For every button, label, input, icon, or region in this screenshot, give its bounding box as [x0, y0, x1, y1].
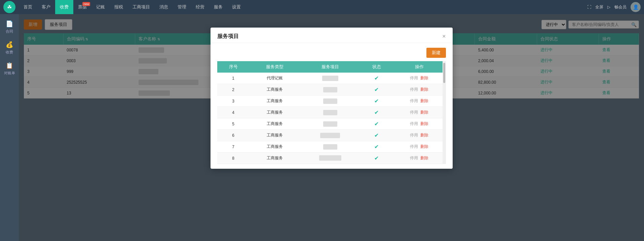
scroll-thumb: [443, 63, 445, 83]
sidebar-item-statement[interactable]: 📋 对账单: [1, 59, 18, 78]
service-row: 3 工商服务 ████ ✔ 停用 删除: [217, 95, 446, 107]
statement-icon: 📋: [6, 62, 13, 69]
service-table: 序号 服务类型 服务项目 状态 操作 1 代理记账 ████1 ✔ 停用: [217, 61, 446, 164]
stop-button[interactable]: 停用: [410, 110, 418, 115]
stop-button[interactable]: 停用: [410, 76, 418, 80]
avatar[interactable]: 👤: [631, 2, 641, 12]
play-icon[interactable]: ▷: [607, 5, 610, 9]
main-layout: 📄 合同 💰 收费 📋 对账单 新增 服务项目 进行中 已结束 全部: [0, 14, 644, 241]
delete-button[interactable]: 删除: [420, 133, 428, 137]
scell-type: 工商服务: [250, 107, 300, 118]
modal-overlay[interactable]: 服务项目 × 新建 序号 服务类型 服务项目: [19, 14, 644, 241]
service-row: 5 工商服务 ████ ✔ 停用 删除: [217, 118, 446, 130]
scol-action: 操作: [393, 61, 446, 73]
scell-type: 工商服务: [250, 84, 300, 95]
scell-status: ✔: [361, 95, 393, 107]
right-actions: ⛶ 全屏 ▷ 畅会员 👤: [587, 2, 641, 12]
service-row: 7 工商服务 ████ ✔ 停用 删除: [217, 141, 446, 153]
scell-item: ████: [300, 107, 361, 118]
scell-item: ████: [300, 95, 361, 107]
stop-button[interactable]: 停用: [410, 121, 418, 126]
nav-tax[interactable]: 报税: [110, 0, 128, 14]
stop-button[interactable]: 停用: [410, 144, 418, 149]
sidebar-item-fee[interactable]: 💰 收费: [1, 38, 18, 57]
scell-action: 停用 删除: [393, 107, 446, 118]
service-modal: 服务项目 × 新建 序号 服务类型 服务项目: [211, 28, 453, 169]
delete-button[interactable]: 删除: [420, 144, 428, 149]
scell-type: 工商服务: [250, 153, 300, 164]
scell-item: ████: [300, 118, 361, 130]
nav-home[interactable]: 首页: [19, 0, 37, 14]
stop-button[interactable]: 停用: [410, 156, 418, 160]
nav-business[interactable]: 工商项目: [128, 0, 155, 14]
delete-button[interactable]: 删除: [420, 76, 428, 80]
nav-service[interactable]: 服务: [209, 0, 227, 14]
scell-type: 工商服务: [250, 118, 300, 130]
delete-button[interactable]: 删除: [420, 121, 428, 126]
scell-type: 工商服务: [250, 141, 300, 153]
scell-no: 4: [217, 107, 250, 118]
scell-status: ✔: [361, 130, 393, 141]
scell-type: 工商服务: [250, 130, 300, 141]
top-nav: ☘ 首页 客户 收费 票据 new 记账 报税 工商项目 消息 管理 经营 服务…: [0, 0, 644, 14]
nav-operation[interactable]: 经营: [191, 0, 209, 14]
fullscreen-icon[interactable]: ⛶: [587, 5, 591, 9]
scell-no: 1: [217, 73, 250, 84]
scol-item: 服务项目: [300, 61, 361, 73]
stop-button[interactable]: 停用: [410, 87, 418, 92]
nav-settings[interactable]: 设置: [227, 0, 245, 14]
fee-icon: 💰: [6, 41, 13, 48]
scell-no: 8: [217, 153, 250, 164]
delete-button[interactable]: 删除: [420, 87, 428, 92]
logo: ☘: [3, 1, 15, 13]
stop-button[interactable]: 停用: [410, 98, 418, 103]
modal-new-button[interactable]: 新建: [426, 48, 446, 58]
modal-header: 服务项目 ×: [211, 28, 453, 43]
new-badge: new: [82, 2, 90, 6]
nav-fee[interactable]: 收费: [55, 0, 73, 14]
sidebar-item-contract[interactable]: 📄 合同: [1, 17, 18, 37]
scell-action: 停用 删除: [393, 118, 446, 130]
scell-no: 2: [217, 84, 250, 95]
nav-invoice[interactable]: 票据 new: [73, 0, 91, 14]
scol-type: 服务类型: [250, 61, 300, 73]
delete-button[interactable]: 删除: [420, 156, 428, 160]
scell-type: 工商服务: [250, 95, 300, 107]
sidebar-label-statement: 对账单: [4, 71, 15, 76]
scol-status: 状态: [361, 61, 393, 73]
scell-item: ████: [300, 141, 361, 153]
service-row: 4 工商服务 ████ ✔ 停用 删除: [217, 107, 446, 118]
nav-manage[interactable]: 管理: [173, 0, 191, 14]
scroll-indicator[interactable]: [443, 61, 446, 164]
delete-button[interactable]: 删除: [420, 98, 428, 103]
service-row: 2 工商服务 ████ ✔ 停用 删除: [217, 84, 446, 95]
nav-bookkeeping[interactable]: 记账: [91, 0, 110, 14]
contract-icon: 📄: [6, 20, 13, 28]
delete-button[interactable]: 删除: [420, 110, 428, 115]
logo-icon: ☘: [7, 4, 12, 10]
sidebar-label-fee: 收费: [6, 50, 13, 55]
modal-close-button[interactable]: ×: [442, 33, 446, 40]
scell-item: ██████: [300, 130, 361, 141]
scell-item: ████1: [300, 73, 361, 84]
stop-button[interactable]: 停用: [410, 133, 418, 137]
scell-action: 停用 删除: [393, 153, 446, 164]
sidebar-label-contract: 合同: [6, 29, 13, 34]
nav-message[interactable]: 消息: [155, 0, 173, 14]
modal-toolbar: 新建: [217, 48, 446, 58]
scell-no: 6: [217, 130, 250, 141]
service-table-wrap: 序号 服务类型 服务项目 状态 操作 1 代理记账 ████1 ✔ 停用: [217, 61, 446, 164]
nav-items: 首页 客户 收费 票据 new 记账 报税 工商项目 消息 管理 经营 服务 设…: [19, 0, 587, 14]
scell-status: ✔: [361, 153, 393, 164]
scell-action: 停用 删除: [393, 141, 446, 153]
scell-no: 7: [217, 141, 250, 153]
service-row: 6 工商服务 ██████ ✔ 停用 删除: [217, 130, 446, 141]
scell-action: 停用 删除: [393, 84, 446, 95]
scell-status: ✔: [361, 118, 393, 130]
nav-customer[interactable]: 客户: [37, 0, 55, 14]
scell-status: ✔: [361, 141, 393, 153]
scell-no: 3: [217, 95, 250, 107]
scell-status: ✔: [361, 73, 393, 84]
sidebar: 📄 合同 💰 收费 📋 对账单: [0, 14, 19, 241]
scell-action: 停用 删除: [393, 73, 446, 84]
